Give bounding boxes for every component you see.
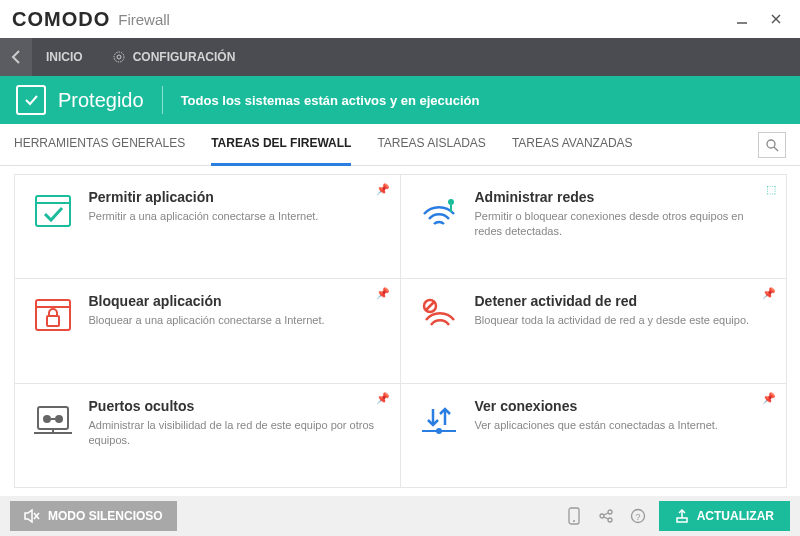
wifi-icon	[417, 189, 461, 233]
svg-point-31	[600, 514, 604, 518]
svg-point-18	[55, 415, 63, 423]
back-button[interactable]	[0, 38, 32, 76]
block-app-icon	[31, 293, 75, 337]
task-grid: 📌 Permitir aplicación Permitir a una apl…	[0, 166, 800, 496]
svg-point-17	[43, 415, 51, 423]
navbar: INICIO CONFIGURACIÓN	[0, 38, 800, 76]
close-button[interactable]	[764, 7, 788, 31]
card-stop-network[interactable]: 📌 Detener actividad de red Bloquear toda…	[400, 278, 787, 384]
svg-point-33	[608, 518, 612, 522]
svg-point-9	[448, 199, 454, 205]
pin-icon[interactable]: 📌	[376, 287, 390, 300]
nav-home[interactable]: INICIO	[32, 38, 97, 76]
shield-check-icon	[16, 85, 46, 115]
svg-rect-38	[677, 518, 687, 522]
tab-firewall[interactable]: TAREAS DEL FIREWALL	[211, 124, 351, 166]
card-desc: Bloquear toda la actividad de red a y de…	[475, 313, 770, 328]
search-button[interactable]	[758, 132, 786, 158]
tab-general[interactable]: HERRAMIENTAS GENERALES	[14, 124, 185, 166]
pin-icon[interactable]: 📌	[762, 287, 776, 300]
card-desc: Bloquear a una aplicación conectarse a I…	[89, 313, 384, 328]
card-title: Detener actividad de red	[475, 293, 770, 309]
tabs-bar: HERRAMIENTAS GENERALES TAREAS DEL FIREWA…	[0, 124, 800, 166]
card-title: Ver conexiones	[475, 398, 770, 414]
upload-icon	[675, 509, 689, 523]
card-title: Bloquear aplicación	[89, 293, 384, 309]
footer: MODO SILENCIOSO ? ACTUALIZAR	[0, 496, 800, 536]
tab-advanced[interactable]: TAREAS AVANZADAS	[512, 124, 633, 166]
connections-icon	[417, 398, 461, 442]
stealth-icon	[31, 398, 75, 442]
silent-mode-button[interactable]: MODO SILENCIOSO	[10, 501, 177, 531]
svg-point-32	[608, 510, 612, 514]
svg-rect-7	[36, 196, 70, 226]
svg-point-30	[573, 520, 575, 522]
pin-icon[interactable]: 📌	[762, 392, 776, 405]
nav-settings-label: CONFIGURACIÓN	[133, 50, 236, 64]
svg-rect-13	[47, 316, 59, 326]
share-icon[interactable]	[595, 508, 617, 524]
status-bar: Protegido Todos los sistemas están activ…	[0, 76, 800, 124]
card-allow-app[interactable]: 📌 Permitir aplicación Permitir a una apl…	[14, 174, 401, 280]
svg-point-23	[436, 428, 442, 434]
svg-line-35	[604, 517, 608, 519]
card-title: Permitir aplicación	[89, 189, 384, 205]
card-desc: Permitir a una aplicación conectarse a I…	[89, 209, 384, 224]
card-manage-networks[interactable]: ⬚ Administrar redes Permitir o bloquear …	[400, 174, 787, 280]
update-button[interactable]: ACTUALIZAR	[659, 501, 790, 531]
status-title: Protegido	[58, 89, 144, 112]
svg-point-3	[114, 52, 124, 62]
card-title: Administrar redes	[475, 189, 770, 205]
mobile-icon[interactable]	[563, 507, 585, 525]
app-window: COMODO Firewall INICIO CONFIGURACIÓN Pro…	[0, 0, 800, 536]
card-title: Puertos ocultos	[89, 398, 384, 414]
svg-marker-26	[25, 510, 32, 522]
card-desc: Ver aplicaciones que están conectadas a …	[475, 418, 770, 433]
svg-line-34	[604, 513, 608, 515]
mute-icon	[24, 509, 40, 523]
help-icon[interactable]: ?	[627, 508, 649, 524]
svg-point-5	[767, 140, 775, 148]
card-block-app[interactable]: 📌 Bloquear aplicación Bloquear a una apl…	[14, 278, 401, 384]
update-label: ACTUALIZAR	[697, 509, 774, 523]
status-divider	[162, 86, 163, 114]
svg-line-6	[774, 147, 778, 151]
svg-text:?: ?	[635, 512, 640, 522]
card-desc: Permitir o bloquear conexiones desde otr…	[475, 209, 770, 240]
gear-icon	[111, 49, 127, 65]
status-message: Todos los sistemas están activos y en ej…	[181, 93, 480, 108]
svg-point-4	[117, 55, 121, 59]
tab-isolated[interactable]: TAREAS AISLADAS	[377, 124, 486, 166]
card-view-connections[interactable]: 📌 Ver conexiones Ver aplicaciones que es…	[400, 383, 787, 489]
app-subtitle: Firewall	[118, 11, 170, 28]
svg-line-15	[426, 302, 434, 310]
stop-network-icon	[417, 293, 461, 337]
card-hidden-ports[interactable]: 📌 Puertos ocultos Administrar la visibil…	[14, 383, 401, 489]
minimize-button[interactable]	[730, 7, 754, 31]
pin-icon[interactable]: 📌	[376, 183, 390, 196]
card-desc: Administrar la visibilidad de la red de …	[89, 418, 384, 449]
titlebar: COMODO Firewall	[0, 0, 800, 38]
silent-mode-label: MODO SILENCIOSO	[48, 509, 163, 523]
pin-icon[interactable]: 📌	[376, 392, 390, 405]
nav-home-label: INICIO	[46, 50, 83, 64]
nav-settings[interactable]: CONFIGURACIÓN	[97, 38, 250, 76]
app-logo: COMODO	[12, 8, 110, 31]
allow-app-icon	[31, 189, 75, 233]
pin-icon[interactable]: ⬚	[766, 183, 776, 196]
